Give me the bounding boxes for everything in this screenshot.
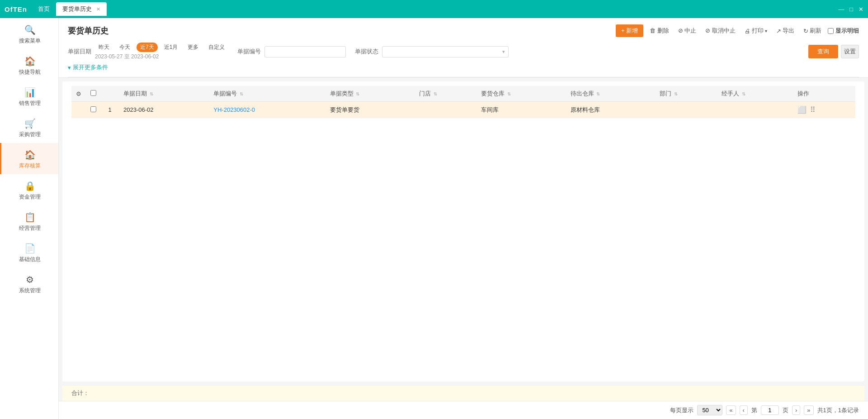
sidebar-item-basic-info[interactable]: 📄 基础信息 [0, 237, 58, 268]
search-icon: 🔍 [24, 24, 36, 35]
prev-page-btn[interactable]: ‹ [740, 405, 748, 415]
col-settings[interactable]: ⚙ [71, 86, 86, 102]
export-label: 导出 [783, 27, 794, 35]
col-bill-type[interactable]: 单据类型 ⇅ [326, 86, 415, 102]
query-button[interactable]: 查询 [808, 45, 838, 58]
delete-button[interactable]: 🗑 删除 [647, 25, 672, 37]
col-bill-date[interactable]: 单据日期 ⇅ [119, 86, 209, 102]
col-handler[interactable]: 经手人 ⇅ [717, 86, 793, 102]
more-icon[interactable]: ⠿ [810, 105, 816, 114]
home-icon: 🏠 [24, 56, 36, 67]
date-btn-today[interactable]: 今天 [116, 43, 134, 52]
page-num-input[interactable] [761, 405, 779, 415]
page-title-row: 要货单历史 + 新增 🗑 删除 ⊘ 中止 ⊘ 取消中止 🖨 打印 ▾ ↗ 导出 [68, 24, 859, 37]
sidebar-item-purchase-mgmt[interactable]: 🛒 采购管理 [0, 112, 58, 143]
row-store [415, 102, 476, 118]
chart-icon: 📊 [24, 87, 36, 98]
date-filter-label: 单据日期 [68, 48, 91, 56]
display-detail-input[interactable] [828, 28, 834, 34]
row-bill-date: 2023-06-02 [119, 102, 209, 118]
close-icon[interactable]: ✕ [859, 6, 863, 13]
page-label: 第 [751, 406, 757, 414]
page-size-label: 每页显示 [670, 406, 693, 414]
sort-icon-pending-warehouse: ⇅ [596, 91, 600, 96]
page-header: 要货单历史 + 新增 🗑 删除 ⊘ 中止 ⊘ 取消中止 🖨 打印 ▾ ↗ 导出 [59, 18, 868, 78]
sort-icon-bill-no: ⇅ [240, 91, 243, 96]
export-icon: ↗ [776, 28, 781, 34]
toolbar: + 新增 🗑 删除 ⊘ 中止 ⊘ 取消中止 🖨 打印 ▾ ↗ 导出 ↻ [616, 24, 859, 37]
first-page-btn[interactable]: « [726, 405, 736, 415]
sidebar-item-quick-nav[interactable]: 🏠 快捷导航 [0, 49, 58, 81]
settings-button[interactable]: 设置 [841, 45, 859, 58]
sidebar-item-sales-mgmt[interactable]: 📊 销售管理 [0, 81, 58, 112]
print-button[interactable]: 🖨 打印 ▾ [742, 25, 770, 37]
last-page-btn[interactable]: » [804, 405, 813, 415]
display-detail-checkbox[interactable]: 显示明细 [828, 27, 859, 35]
col-store[interactable]: 门店 ⇅ [415, 86, 476, 102]
bill-no-filter-group: 单据编号 [237, 46, 346, 57]
sidebar-item-system-mgmt[interactable]: ⚙ 系统管理 [0, 268, 58, 299]
tab-requisition-history-label: 要货单历史 [62, 5, 92, 13]
date-btn-7days[interactable]: 近7天 [137, 43, 158, 52]
bill-no-label: 单据编号 [237, 48, 261, 56]
sort-icon-handler: ⇅ [742, 91, 745, 96]
tab-requisition-history[interactable]: 要货单历史 ✕ [56, 2, 107, 16]
date-btn-more[interactable]: 更多 [184, 43, 202, 52]
export-button[interactable]: ↗ 导出 [774, 25, 797, 37]
new-button[interactable]: + 新增 [616, 24, 643, 37]
brand-logo: OfTEn [5, 5, 27, 13]
date-btn-custom[interactable]: 自定义 [205, 43, 228, 52]
sort-icon-bill-date: ⇅ [150, 91, 153, 96]
col-department[interactable]: 部门 ⇅ [655, 86, 717, 102]
maximize-icon[interactable]: □ [849, 6, 853, 13]
sidebar: 🔍 搜索菜单 🏠 快捷导航 📊 销售管理 🛒 采购管理 🏠 库存核算 🔒 资金管… [0, 18, 59, 419]
date-btn-1month[interactable]: 近1月 [160, 43, 182, 52]
sidebar-item-operations-mgmt[interactable]: 📋 经营管理 [0, 205, 58, 237]
sidebar-item-purchase-mgmt-label: 采购管理 [19, 131, 41, 138]
sidebar-item-finance-mgmt-label: 资金管理 [19, 193, 41, 201]
next-page-btn[interactable]: › [792, 405, 800, 415]
cancel-stop-button[interactable]: ⊘ 取消中止 [703, 25, 738, 37]
refresh-label: 刷新 [810, 27, 821, 35]
doc-icon: 📄 [24, 243, 36, 254]
row-checkbox[interactable] [90, 106, 96, 112]
bill-no-link[interactable]: YH-20230602-0 [213, 106, 255, 113]
col-pending-warehouse[interactable]: 待出仓库 ⇅ [566, 86, 655, 102]
filter-row-1: 单据日期 昨天 今天 近7天 近1月 更多 自定义 2023-05-27 至 2… [68, 43, 859, 61]
select-all-checkbox[interactable] [90, 90, 96, 96]
row-pending-warehouse: 原材料仓库 [566, 102, 655, 118]
bill-status-filter-group: 单据状态 ▾ [355, 46, 509, 57]
row-department [655, 102, 717, 118]
sort-icon-req-warehouse: ⇅ [507, 91, 511, 96]
refresh-icon: ↻ [803, 28, 808, 34]
col-num [101, 86, 119, 102]
refresh-button[interactable]: ↻ 刷新 [801, 25, 824, 37]
date-range-display: 2023-05-27 至 2023-06-02 [95, 53, 228, 61]
stop-button[interactable]: ⊘ 中止 [675, 25, 699, 37]
print-dropdown-icon: ▾ [765, 29, 767, 33]
date-options: 昨天 今天 近7天 近1月 更多 自定义 [95, 43, 228, 52]
sidebar-item-search-menu-label: 搜索菜单 [19, 37, 41, 45]
date-btn-yesterday[interactable]: 昨天 [95, 43, 113, 52]
page-size-select[interactable]: 20 50 100 200 [697, 405, 722, 415]
bill-status-input[interactable] [382, 46, 509, 57]
sidebar-item-finance-mgmt[interactable]: 🔒 资金管理 [0, 174, 58, 205]
bill-no-input[interactable] [264, 46, 346, 57]
col-req-warehouse[interactable]: 要货仓库 ⇅ [476, 86, 566, 102]
sidebar-item-basic-info-label: 基础信息 [19, 256, 41, 263]
window-controls: — □ ✕ [838, 6, 863, 13]
sidebar-item-search-menu[interactable]: 🔍 搜索菜单 [0, 18, 58, 49]
minimize-icon[interactable]: — [838, 6, 844, 13]
print-icon: 🖨 [745, 28, 750, 34]
sidebar-item-operations-mgmt-label: 经营管理 [19, 224, 41, 232]
row-req-warehouse: 车间库 [476, 102, 566, 118]
edit-icon[interactable]: ⬜ [797, 105, 807, 114]
tab-home[interactable]: 首页 [32, 2, 56, 16]
tab-close-icon[interactable]: ✕ [96, 6, 100, 12]
col-bill-no[interactable]: 单据编号 ⇅ [209, 86, 326, 102]
sidebar-item-inventory-calc[interactable]: 🏠 库存核算 [0, 143, 58, 174]
filter-bar: 单据日期 昨天 今天 近7天 近1月 更多 自定义 2023-05-27 至 2… [68, 43, 859, 77]
expand-more-btn[interactable]: ▾ 展开更多条件 [68, 61, 859, 72]
sidebar-item-system-mgmt-label: 系统管理 [19, 287, 41, 295]
top-bar: OfTEn 首页 要货单历史 ✕ — □ ✕ [0, 0, 868, 18]
